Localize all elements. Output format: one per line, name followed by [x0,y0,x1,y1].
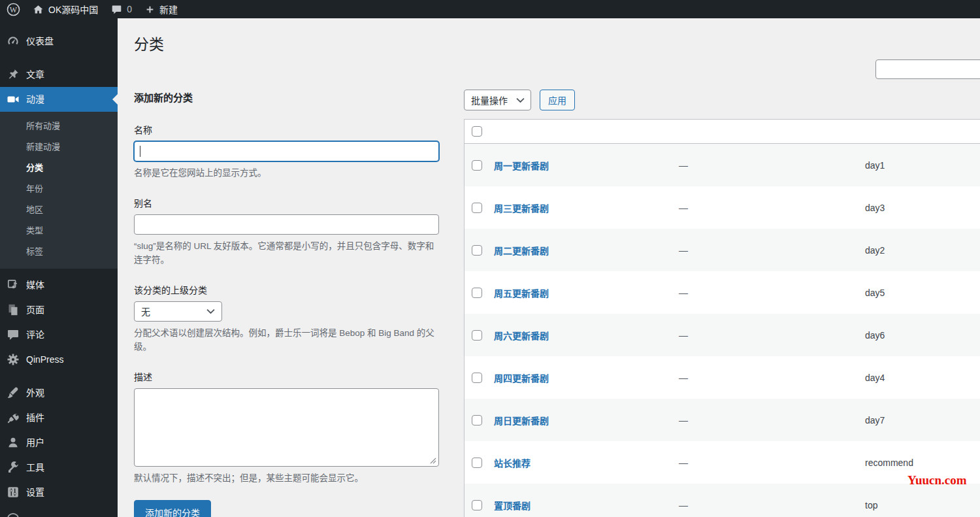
submenu-item[interactable]: 标签 [0,241,118,262]
term-description: — [679,203,865,213]
pages-icon [7,303,20,316]
row-checkbox[interactable] [472,203,482,213]
table-row: 周五更新番剧 — day5 [465,271,980,314]
media-icon [7,278,20,292]
row-checkbox[interactable] [472,288,482,298]
parent-select[interactable]: 无 [134,301,222,322]
term-slug: top [865,500,980,510]
slug-input[interactable] [134,214,439,235]
table-row: 置顶番剧 — top [465,484,980,517]
sidebar-item[interactable]: 外观 [0,380,118,405]
new-content-button[interactable]: 新建 [139,0,184,18]
bulk-actions-select[interactable]: 批量操作 [464,90,531,110]
slug-field-group: 别名 “slug”是名称的 URL 友好版本。它通常都是小写的，并且只包含字母、… [134,196,439,267]
submenu-item[interactable]: 所有动漫 [0,116,118,137]
text-caret [140,146,140,157]
comment-icon [111,4,122,15]
submenu-item[interactable]: 新建动漫 [0,137,118,158]
table-row: 周三更新番剧 — day3 [465,186,980,229]
sidebar-item[interactable]: 页面 [0,297,118,322]
sidebar-item[interactable]: 动漫 [0,87,118,112]
sidebar-item-label: 媒体 [26,278,44,292]
comment-count: 0 [127,4,132,14]
submenu-item[interactable]: 年份 [0,178,118,199]
sidebar-item-label: 外观 [26,386,44,399]
sidebar-item-label: 动漫 [26,93,44,106]
submenu-item[interactable]: 分类 [0,158,118,178]
term-name-link[interactable]: 站长推荐 [494,456,679,469]
table-row: 周六更新番剧 — day6 [465,314,980,356]
bulk-actions-value: 批量操作 [471,93,508,107]
sidebar-item[interactable]: 仪表盘 [0,29,118,54]
description-label: 描述 [134,370,439,383]
term-name-link[interactable]: 周一更新番剧 [494,159,679,172]
submenu-item[interactable]: 类型 [0,220,118,241]
sidebar-item[interactable]: 工具 [0,455,118,480]
table-header-row [465,120,980,144]
term-description: — [679,288,865,298]
visit-site-link[interactable]: OK源码中国 [26,0,105,18]
appearance-icon [7,386,20,399]
bulk-actions-row: 批量操作 应用 [464,90,980,110]
term-slug: day6 [865,330,980,341]
row-checkbox[interactable] [472,160,482,171]
row-checkbox[interactable] [472,330,482,341]
submenu-item-label: 分类 [26,163,43,173]
select-all-checkbox[interactable] [472,126,482,137]
add-term-submit-button[interactable]: 添加新的分类 [134,500,211,517]
description-textarea[interactable] [134,388,439,467]
sidebar-item[interactable]: 评论 [0,322,118,347]
sidebar-item-label: 工具 [26,461,44,474]
sidebar-item-label: 页面 [26,303,44,316]
search-terms-input[interactable] [875,59,980,79]
sidebar-item[interactable] [0,507,118,517]
description-help-text: 默认情况下，描述不突出；但是，某些主题可能会显示它。 [134,472,439,486]
term-name-link[interactable]: 周三更新番剧 [494,201,679,214]
chevron-down-icon [206,309,215,314]
term-name-link[interactable]: 周二更新番剧 [494,244,679,257]
row-checkbox[interactable] [472,458,482,468]
post-icon [7,68,20,81]
new-label: 新建 [159,3,178,16]
comments-shortcut[interactable]: 0 [105,0,139,18]
table-body: 周一更新番剧 — day1 周三更新番剧 — day3 周二更新番剧 — day… [465,144,980,517]
description-field-group: 描述 默认情况下，描述不突出；但是，某些主题可能会显示它。 [134,370,439,486]
parent-label: 该分类的上级分类 [134,283,439,296]
term-slug: day2 [865,245,980,256]
sidebar-menu-bottom: 媒体 页面 评论 QinPress 外观 插件 用户 工具 设置 [0,269,118,517]
term-description: — [679,245,865,256]
sidebar-item[interactable]: 文章 [0,62,118,87]
term-name-link[interactable]: 置顶番剧 [494,499,679,512]
sidebar-item[interactable]: QinPress [0,347,118,372]
term-name-link[interactable]: 周五更新番剧 [494,286,679,299]
row-checkbox[interactable] [472,245,482,256]
term-description: — [679,373,865,383]
name-help-text: 名称是它在您网站上的显示方式。 [134,167,439,180]
resize-handle-icon[interactable] [430,458,436,464]
name-input[interactable] [134,141,439,161]
row-checkbox[interactable] [472,373,482,383]
term-slug: day3 [865,203,980,213]
term-name-link[interactable]: 周日更新番剧 [494,414,679,427]
term-name-link[interactable]: 周六更新番剧 [494,329,679,342]
wordpress-menu-button[interactable]: W [0,0,26,18]
collapse-menu-icon [7,512,20,517]
name-label: 名称 [134,123,439,136]
sidebar-item[interactable]: 用户 [0,430,118,455]
sidebar-item[interactable]: 插件 [0,405,118,430]
term-slug: day4 [865,373,980,383]
table-row: 周四更新番剧 — day4 [465,356,980,399]
row-checkbox[interactable] [472,500,482,510]
term-slug: day5 [865,288,980,298]
row-checkbox[interactable] [472,415,482,425]
term-name-link[interactable]: 周四更新番剧 [494,371,679,384]
apply-button[interactable]: 应用 [540,90,575,110]
slug-help-text: “slug”是名称的 URL 友好版本。它通常都是小写的，并且只包含字母、数字和… [134,240,439,267]
sidebar-item[interactable]: 媒体 [0,273,118,297]
wordpress-logo-icon: W [6,2,21,17]
page-title: 分类 [134,35,164,55]
video-icon [7,93,20,106]
submenu-item[interactable]: 地区 [0,199,118,220]
sidebar-item[interactable]: 设置 [0,480,118,505]
tools-icon [7,461,20,474]
